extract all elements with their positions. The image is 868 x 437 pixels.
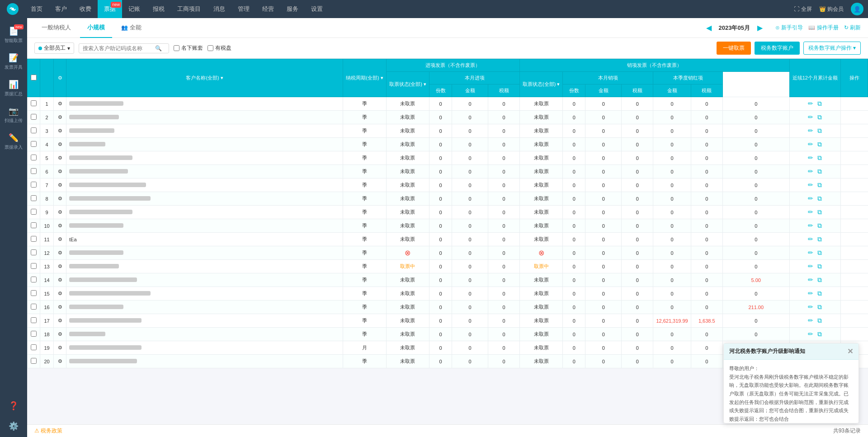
row-gear[interactable]: ⚙ xyxy=(54,287,66,301)
row-gear[interactable]: ⚙ xyxy=(54,355,66,368)
row-checkbox[interactable] xyxy=(31,290,37,296)
edit-btn[interactable]: ✏ xyxy=(807,167,815,175)
copy-btn[interactable]: ⧉ xyxy=(816,276,823,284)
row-gear[interactable]: ⚙ xyxy=(54,328,66,341)
row-gear[interactable]: ⚙ xyxy=(54,111,66,124)
nav-bookkeeping[interactable]: 记账 xyxy=(122,0,146,18)
copy-btn[interactable]: ⧉ xyxy=(816,262,823,271)
row-gear[interactable]: ⚙ xyxy=(54,246,66,260)
row-checkbox[interactable] xyxy=(31,331,37,337)
edit-btn[interactable]: ✏ xyxy=(807,235,815,243)
row-gear[interactable]: ⚙ xyxy=(54,138,66,151)
manual-btn[interactable]: 📖 操作手册 xyxy=(808,24,838,32)
edit-btn[interactable]: ✏ xyxy=(807,208,815,216)
tab-general-taxpayer[interactable]: 一般纳税人 xyxy=(34,18,78,38)
copy-btn[interactable]: ⧉ xyxy=(816,167,823,176)
edit-btn[interactable]: ✏ xyxy=(807,249,815,257)
edit-btn[interactable]: ✏ xyxy=(807,194,815,202)
edit-btn[interactable]: ✏ xyxy=(807,127,815,135)
row-gear[interactable]: ⚙ xyxy=(54,301,66,314)
refresh-btn[interactable]: ↻ 刷新 xyxy=(844,24,861,32)
edit-btn[interactable]: ✏ xyxy=(807,289,815,297)
row-gear[interactable]: ⚙ xyxy=(54,97,66,111)
sidebar-item-invoice-summary[interactable]: 📊 票据汇总 xyxy=(0,75,27,102)
next-period-btn[interactable]: ▶ xyxy=(755,22,764,34)
subledger-checkbox[interactable] xyxy=(174,45,179,51)
row-gear[interactable]: ⚙ xyxy=(54,124,66,138)
row-checkbox[interactable] xyxy=(31,236,37,242)
copy-btn[interactable]: ⧉ xyxy=(816,235,823,244)
row-checkbox[interactable] xyxy=(31,155,37,160)
row-gear[interactable]: ⚙ xyxy=(54,219,66,233)
copy-btn[interactable]: ⧉ xyxy=(816,316,823,325)
edit-btn[interactable]: ✏ xyxy=(807,316,815,324)
nav-fee[interactable]: 收费 xyxy=(73,0,98,18)
search-icon[interactable]: 🔍 xyxy=(155,45,162,52)
edit-btn[interactable]: ✏ xyxy=(807,154,815,162)
sidebar-item-scan-upload[interactable]: 📷 扫描上传 xyxy=(0,102,27,128)
row-checkbox[interactable] xyxy=(31,249,37,255)
nav-manage[interactable]: 管理 xyxy=(231,0,256,18)
tab-omnipotent[interactable]: 👥 全能 xyxy=(114,18,149,38)
row-checkbox[interactable] xyxy=(31,127,37,133)
row-gear[interactable]: ⚙ xyxy=(54,341,66,355)
row-checkbox[interactable] xyxy=(31,263,37,269)
edit-btn[interactable]: ✏ xyxy=(807,99,815,108)
select-all-checkbox[interactable] xyxy=(31,75,37,80)
row-checkbox[interactable] xyxy=(31,304,37,310)
nav-operation[interactable]: 经营 xyxy=(256,0,280,18)
tax-digital-operation-btn[interactable]: 税务数字账户操作 ▾ xyxy=(803,42,861,55)
nav-message[interactable]: 消息 xyxy=(207,0,231,18)
copy-btn[interactable]: ⧉ xyxy=(816,99,823,108)
staff-filter[interactable]: 全部员工 ▾ xyxy=(34,42,74,54)
copy-btn[interactable]: ⧉ xyxy=(816,289,823,298)
edit-btn[interactable]: ✏ xyxy=(807,262,815,270)
copy-btn[interactable]: ⧉ xyxy=(816,249,823,257)
sidebar-item-invoice-open[interactable]: 📝 发票开具 xyxy=(0,48,27,75)
avatar[interactable]: 👤 xyxy=(851,3,863,15)
copy-btn[interactable]: ⧉ xyxy=(816,154,823,162)
copy-btn[interactable]: ⧉ xyxy=(816,113,823,122)
edit-btn[interactable]: ✏ xyxy=(807,221,815,230)
one-click-fetch-btn[interactable]: 一键取票 xyxy=(717,42,751,55)
row-checkbox[interactable] xyxy=(31,168,37,174)
nav-business[interactable]: 工商项目 xyxy=(171,0,207,18)
taxbox-checkbox[interactable] xyxy=(208,45,213,51)
row-checkbox[interactable] xyxy=(31,358,37,364)
row-gear[interactable]: ⚙ xyxy=(54,192,66,206)
row-checkbox[interactable] xyxy=(31,114,37,120)
row-checkbox[interactable] xyxy=(31,344,37,350)
sidebar-item-invoice-entry[interactable]: ✏️ 票据录入 xyxy=(0,128,27,155)
tab-small-scale[interactable]: 小规模 xyxy=(80,18,112,38)
row-gear[interactable]: ⚙ xyxy=(54,314,66,328)
row-checkbox[interactable] xyxy=(31,195,37,201)
tax-policy-link[interactable]: ⚠ 税务政策 xyxy=(34,427,62,435)
nav-settings[interactable]: 设置 xyxy=(305,0,329,18)
edit-btn[interactable]: ✏ xyxy=(807,276,815,284)
fullscreen-btn[interactable]: ⛶ 全屏 xyxy=(794,5,811,13)
row-gear[interactable]: ⚙ xyxy=(54,151,66,165)
tax-digital-account-btn[interactable]: 税务数字账户 xyxy=(755,42,800,55)
search-input[interactable] xyxy=(83,45,155,52)
nav-tax[interactable]: 报税 xyxy=(146,0,171,18)
prev-period-btn[interactable]: ◀ xyxy=(704,22,713,34)
copy-btn[interactable]: ⧉ xyxy=(816,208,823,216)
row-checkbox[interactable] xyxy=(31,100,37,106)
new-guide-btn[interactable]: ⊙ 新手引导 xyxy=(775,24,803,32)
nav-invoice[interactable]: 票据 new xyxy=(98,0,122,18)
edit-btn[interactable]: ✏ xyxy=(807,113,815,121)
copy-btn[interactable]: ⧉ xyxy=(816,303,823,311)
row-gear[interactable]: ⚙ xyxy=(54,273,66,287)
copy-btn[interactable]: ⧉ xyxy=(816,194,823,203)
filter-taxbox[interactable]: 有税盘 xyxy=(208,44,231,52)
row-checkbox[interactable] xyxy=(31,182,37,188)
sidebar-item-smart-ticket[interactable]: 📄 new 智能取票 xyxy=(0,22,27,48)
copy-btn[interactable]: ⧉ xyxy=(816,330,823,338)
nav-client[interactable]: 客户 xyxy=(49,0,73,18)
row-gear[interactable]: ⚙ xyxy=(54,165,66,179)
copy-btn[interactable]: ⧉ xyxy=(816,181,823,189)
edit-btn[interactable]: ✏ xyxy=(807,140,815,148)
row-checkbox[interactable] xyxy=(31,209,37,215)
copy-btn[interactable]: ⧉ xyxy=(816,127,823,135)
row-gear[interactable]: ⚙ xyxy=(54,233,66,246)
